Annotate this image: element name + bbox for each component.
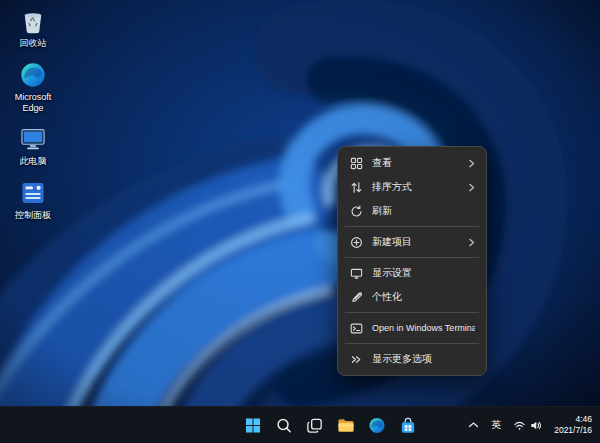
menu-item-open-windows-terminal[interactable]: Open in Windows Terminal <box>342 316 482 340</box>
edge-button[interactable] <box>364 412 390 438</box>
clock-time: 4:46 <box>575 414 592 425</box>
menu-separator <box>345 257 479 258</box>
store-button[interactable] <box>395 412 421 438</box>
menu-item-label: 刷新 <box>372 204 475 218</box>
personalize-icon <box>349 290 363 304</box>
menu-item-label: 排序方式 <box>372 180 466 194</box>
menu-item-personalize[interactable]: 个性化 <box>342 285 482 309</box>
chevron-right-icon <box>466 183 475 192</box>
start-button[interactable] <box>240 412 266 438</box>
network-icon <box>513 419 526 432</box>
desktop-icon-recycle-bin[interactable]: 回收站 <box>2 6 64 49</box>
view-icon <box>349 156 363 170</box>
taskbar-center <box>240 407 421 443</box>
desktop-icon-label: 回收站 <box>20 38 47 49</box>
menu-item-sort-by[interactable]: 排序方式 <box>342 175 482 199</box>
menu-item-label: 查看 <box>372 156 466 170</box>
tray-network-volume-button[interactable] <box>510 416 545 435</box>
desktop: 回收站 Microsoft Edge 此电脑 <box>0 0 600 443</box>
start-icon <box>243 416 262 435</box>
desktop-icon-label: 此电脑 <box>20 156 47 167</box>
menu-item-new[interactable]: 新建项目 <box>342 230 482 254</box>
menu-item-refresh[interactable]: 刷新 <box>342 199 482 223</box>
taskbar: 英 4:46 2021/7/16 <box>0 406 600 443</box>
desktop-icon-control-panel[interactable]: 控制面板 <box>2 178 64 221</box>
tray-language-indicator[interactable]: 英 <box>488 415 504 435</box>
terminal-icon <box>349 321 363 335</box>
menu-separator <box>345 312 479 313</box>
menu-item-display-settings[interactable]: 显示设置 <box>342 261 482 285</box>
menu-separator <box>345 343 479 344</box>
volume-icon <box>529 419 542 432</box>
tray-icons <box>513 419 542 432</box>
menu-item-label: 显示更多选项 <box>372 352 475 366</box>
menu-item-show-more-options[interactable]: 显示更多选项 <box>342 347 482 371</box>
desktop-icon-edge[interactable]: Microsoft Edge <box>2 60 64 114</box>
menu-item-label: 新建项目 <box>372 235 466 249</box>
desktop-icon-this-pc[interactable]: 此电脑 <box>2 124 64 167</box>
chevron-right-icon <box>466 159 475 168</box>
desktop-icon-label: Microsoft Edge <box>3 92 63 114</box>
file-explorer-button[interactable] <box>333 412 359 438</box>
clock-date: 2021/7/16 <box>554 425 592 436</box>
more-options-icon <box>349 352 363 366</box>
sort-icon <box>349 180 363 194</box>
menu-item-label: 显示设置 <box>372 266 475 280</box>
menu-item-label: Open in Windows Terminal <box>372 323 475 333</box>
task-view-icon <box>305 416 324 435</box>
edge-icon <box>18 60 48 90</box>
tray-clock[interactable]: 4:46 2021/7/16 <box>551 412 595 438</box>
chevron-up-icon <box>468 421 479 429</box>
menu-separator <box>345 226 479 227</box>
search-icon <box>274 416 293 435</box>
menu-item-label: 个性化 <box>372 290 475 304</box>
display-settings-icon <box>349 266 363 280</box>
desktop-icon-list: 回收站 Microsoft Edge 此电脑 <box>2 6 64 221</box>
new-item-icon <box>349 235 363 249</box>
this-pc-icon <box>18 124 48 154</box>
context-menu: 查看 排序方式 刷新 新建项目 <box>337 146 487 376</box>
wallpaper <box>0 0 600 443</box>
tray-chevron-button[interactable] <box>465 418 482 432</box>
task-view-button[interactable] <box>302 412 328 438</box>
recycle-bin-icon <box>18 6 48 36</box>
taskbar-tray: 英 4:46 2021/7/16 <box>465 407 595 443</box>
edge-icon <box>367 416 386 435</box>
search-button[interactable] <box>271 412 297 438</box>
menu-item-view[interactable]: 查看 <box>342 151 482 175</box>
chevron-right-icon <box>466 238 475 247</box>
store-icon <box>398 416 417 435</box>
refresh-icon <box>349 204 363 218</box>
file-explorer-icon <box>336 416 355 435</box>
desktop-icon-label: 控制面板 <box>15 210 51 221</box>
control-panel-icon <box>18 178 48 208</box>
